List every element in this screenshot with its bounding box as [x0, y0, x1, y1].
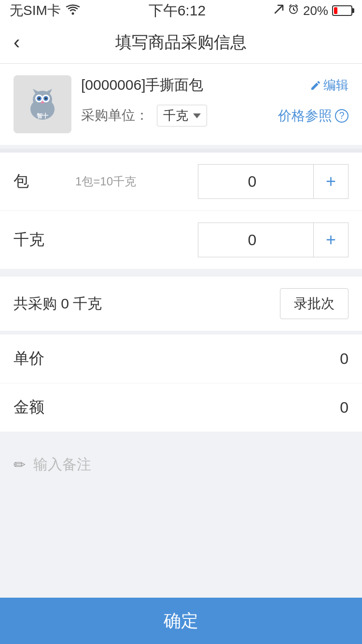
confirm-button[interactable]: 确定 — [0, 598, 362, 644]
svg-point-0 — [71, 13, 74, 15]
amount-value: 0 — [340, 399, 348, 417]
quantity-row-kg: 千克 + — [0, 211, 362, 269]
notes-section[interactable]: ✏ 输入备注 — [0, 435, 362, 493]
qty-input-group-bao: + — [198, 164, 348, 199]
qty-sub-label-bao: 1包=10千克 — [75, 174, 136, 189]
unit-value: 千克 — [163, 107, 188, 124]
edit-label: 编辑 — [323, 77, 348, 94]
price-section: 单价 0 金额 0 — [0, 335, 362, 432]
status-bar: 无SIM卡 下午6:12 20% — [0, 0, 362, 21]
qty-input-kg[interactable] — [198, 223, 314, 257]
battery-percent: 20% — [303, 3, 328, 18]
product-logo: 智十 — [14, 75, 71, 133]
price-ref-label: 价格参照 — [278, 107, 332, 125]
svg-text:智十: 智十 — [36, 112, 49, 119]
location-icon — [274, 3, 284, 18]
battery-icon — [332, 5, 352, 16]
chevron-down-icon — [193, 113, 201, 118]
edit-button[interactable]: 编辑 — [310, 77, 348, 94]
divider-1 — [0, 149, 362, 153]
qty-plus-bao[interactable]: + — [314, 164, 348, 199]
price-ref-button[interactable]: 价格参照 ? — [278, 107, 348, 125]
qty-input-bao[interactable] — [198, 164, 314, 199]
quantity-section: 包 1包=10千克 + 千克 + — [0, 153, 362, 269]
status-time: 下午6:12 — [149, 1, 206, 21]
unit-price-value: 0 — [340, 350, 348, 368]
total-row: 共采购 0 千克 录批次 — [0, 273, 362, 335]
nav-bar: ‹ 填写商品采购信息 — [0, 21, 362, 64]
price-row-unit: 单价 0 — [0, 335, 362, 383]
product-card: 智十 [0000006]手撕面包 编辑 采购单位： 千克 价格参照 — [0, 64, 362, 149]
product-image: 智十 — [14, 75, 71, 133]
confirm-label: 确定 — [164, 609, 198, 633]
back-button[interactable]: ‹ — [14, 31, 20, 53]
svg-point-8 — [38, 98, 40, 99]
help-icon: ? — [335, 109, 348, 123]
signal-text: 无SIM卡 — [10, 1, 61, 20]
svg-point-9 — [45, 98, 47, 99]
qty-label-bao: 包 — [14, 171, 71, 192]
alarm-icon — [288, 3, 299, 18]
quantity-row-bao: 包 1包=10千克 + — [0, 153, 362, 211]
notes-placeholder: 输入备注 — [33, 455, 91, 475]
product-name: [0000006]手撕面包 — [81, 75, 203, 95]
qty-plus-kg[interactable]: + — [314, 223, 348, 257]
wifi-icon — [66, 3, 80, 18]
product-info: [0000006]手撕面包 编辑 采购单位： 千克 价格参照 ? — [81, 75, 348, 126]
page-title: 填写商品采购信息 — [115, 31, 247, 54]
price-row-amount: 金额 0 — [0, 383, 362, 432]
qty-input-group-kg: + — [198, 223, 348, 257]
amount-label: 金额 — [14, 397, 44, 418]
total-text: 共采购 0 千克 — [14, 294, 102, 314]
status-left: 无SIM卡 — [10, 1, 80, 20]
unit-label: 采购单位： — [81, 108, 149, 123]
batch-button[interactable]: 录批次 — [280, 288, 348, 319]
pencil-icon: ✏ — [14, 456, 26, 473]
status-right: 20% — [274, 3, 352, 18]
unit-select[interactable]: 千克 — [157, 105, 207, 126]
qty-label-kg: 千克 — [14, 229, 71, 251]
unit-price-label: 单价 — [14, 348, 44, 369]
